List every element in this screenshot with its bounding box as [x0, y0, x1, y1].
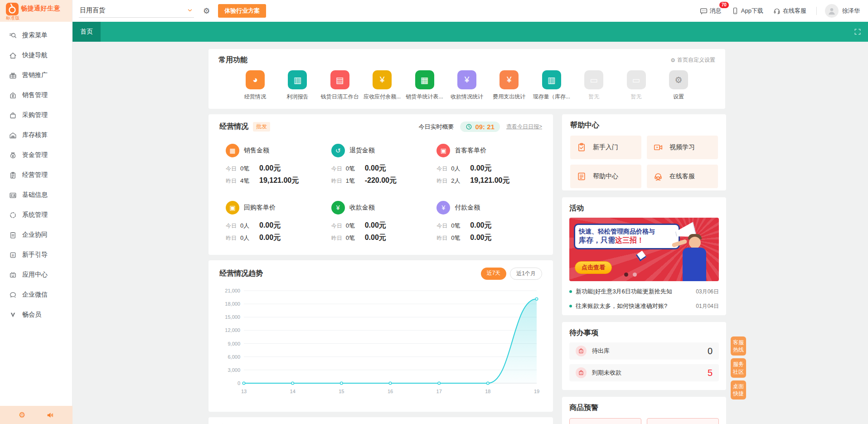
news-item[interactable]: 往来账款太多，如何快速准确对账?01月04日 — [569, 302, 719, 310]
realtime-clock: 09: 21 — [460, 122, 500, 132]
quick-item-daily-clear[interactable]: ▤钱货日清工作台 — [320, 70, 359, 101]
stat-row: 今日0人0.00元 — [436, 164, 542, 173]
tab-home[interactable]: 首页 — [73, 22, 101, 42]
trial-plan-button[interactable]: 体验行业方案 — [218, 4, 266, 18]
news-list: 新功能|好生意3月6日功能更新抢先知03月06日往来账款太多，如何快速准确对账?… — [569, 288, 719, 310]
range-1month-button[interactable]: 近1个月 — [510, 268, 542, 280]
store-selector-dropdown[interactable]: 日用百货 — [79, 5, 194, 18]
sidebar-settings-gear-icon[interactable]: ⚙ — [19, 410, 25, 420]
float-button[interactable]: 桌面快捷 — [731, 380, 746, 400]
product-alert-box[interactable] — [647, 418, 719, 424]
quick-item-sales-stat[interactable]: ▦销货单统计表... — [405, 70, 444, 101]
stat-count: 2人 — [451, 177, 470, 185]
activity-banner[interactable]: 快速、轻松管理商品价格与 库存，只需这三招！ 点击查看 — [569, 218, 719, 281]
float-button[interactable]: 服务社区 — [731, 358, 746, 377]
sales-manage-icon — [9, 92, 17, 99]
sidebar-item-v-member[interactable]: 畅会员 — [0, 305, 72, 325]
brand-logo[interactable]: 畅捷通好生意 标准版 — [0, 0, 72, 22]
quick-item-pie-chart[interactable]: ◕经营情况 — [236, 70, 275, 101]
announcement-speaker-icon[interactable] — [46, 411, 54, 419]
sidebar-item-search-menu[interactable]: 搜索菜单 — [0, 25, 72, 45]
sidebar-item-quick-nav[interactable]: 快捷导航 — [0, 45, 72, 65]
stat-receipt-amount: ¥收款金额今日0笔0.00元昨日0笔0.00元 — [331, 201, 437, 243]
help-tile-video-learn[interactable]: 视频学习 — [647, 136, 718, 159]
quick-item-stock-qty[interactable]: ▥现存量（库存... — [532, 70, 571, 101]
news-item[interactable]: 新功能|好生意3月6日功能更新抢先知03月06日 — [569, 288, 719, 296]
sidebar-item-wechat-work[interactable]: 企业微信 — [0, 285, 72, 305]
help-tile-help-doc[interactable]: 帮助中心 — [570, 165, 641, 188]
stat-label: 销售金额 — [244, 146, 269, 155]
sidebar-item-newbie-guide[interactable]: 新新手引导 — [0, 245, 72, 265]
sidebar-item-basic-info[interactable]: 基础信息 — [0, 185, 72, 205]
help-center-card: 帮助中心 新手入门视频学习帮助中心在线客服 — [562, 114, 726, 190]
brand-name: 畅捷通好生意 — [21, 5, 60, 13]
product-alert-boxes — [569, 418, 719, 424]
carousel-dot[interactable] — [633, 273, 637, 277]
sidebar-item-inventory[interactable]: 库存核算 — [0, 125, 72, 145]
quick-item-label: 应收应付余额... — [364, 93, 401, 101]
product-alert-box[interactable] — [569, 418, 641, 424]
top-bar: 日用百货 ⚙ 体验行业方案 消息 70 App下载 — [73, 0, 868, 22]
quick-item-empty[interactable]: ▭暂无 — [574, 70, 613, 101]
sidebar-item-system[interactable]: 系统管理 — [0, 205, 72, 225]
sidebar-item-label: 销售管理 — [22, 91, 48, 99]
todo-row-overdue[interactable]: 到期未收款5 — [569, 364, 719, 381]
user-menu[interactable]: 徐泽华 — [825, 4, 860, 18]
topbar-gear-icon[interactable]: ⚙ — [203, 6, 210, 16]
stat-count: 0笔 — [346, 234, 365, 242]
sidebar-bottom-bar: ⚙ — [0, 406, 73, 424]
quick-item-receipt-stat[interactable]: ¥收款情况统计 — [447, 70, 486, 101]
stat-count: 4笔 — [240, 177, 259, 185]
stat-label: 回购客单价 — [244, 204, 276, 212]
realtime-summary-label: 今日实时概要 — [418, 123, 454, 131]
quick-item-label: 收款情况统计 — [451, 93, 483, 101]
svg-text:15: 15 — [339, 389, 344, 394]
quick-item-expense-stat[interactable]: ¥费用支出统计 — [490, 70, 529, 101]
quick-functions-title: 常用功能 — [218, 55, 247, 65]
quick-item-empty[interactable]: ▭暂无 — [617, 70, 656, 101]
online-service-button[interactable]: 在线客服 — [773, 7, 806, 15]
stat-period: 昨日 — [331, 177, 346, 185]
carousel-dot-active[interactable] — [624, 273, 628, 277]
float-button[interactable]: 客服热线 — [731, 336, 746, 356]
stat-amount: 0.00元 — [365, 233, 386, 243]
stat-period: 今日 — [436, 222, 451, 230]
range-7days-button[interactable]: 近7天 — [481, 268, 507, 280]
messages-button[interactable]: 消息 70 — [700, 7, 722, 15]
help-tile-service-headset[interactable]: 在线客服 — [647, 165, 718, 188]
todo-row-pending[interactable]: 待出库0 — [569, 342, 719, 360]
service-headset-icon — [653, 171, 663, 181]
stat-count: 0人 — [451, 165, 470, 173]
stat-amount: 0.00元 — [259, 233, 281, 243]
pie-chart-icon: ◕ — [246, 70, 265, 89]
stat-label: 退货金额 — [349, 146, 375, 155]
sidebar-item-operation[interactable]: 经营管理 — [0, 165, 72, 185]
homepage-customize-button[interactable]: ⚙ 首页自定义设置 — [670, 56, 715, 64]
sidebar-item-marketing[interactable]: 营销推广 — [0, 65, 72, 85]
video-learn-icon — [653, 142, 663, 152]
sidebar-item-app-center[interactable]: 应用中心 — [0, 265, 72, 285]
fullscreen-icon[interactable] — [854, 22, 868, 42]
business-stats-grid: ▦销售金额今日0笔0.00元昨日4笔19,121.00元↺退货金额今日0笔0.0… — [219, 144, 542, 243]
stat-row: 昨日1笔-220.00元 — [331, 176, 437, 185]
app-download-button[interactable]: App下载 — [732, 7, 763, 15]
stat-row: 昨日0笔0.00元 — [436, 233, 542, 243]
sidebar-item-collaboration[interactable]: 企业协同 — [0, 225, 72, 245]
quick-item-gear[interactable]: ⚙设置 — [659, 70, 698, 101]
avatar — [825, 4, 839, 18]
sidebar-item-purchase-manage[interactable]: 采购管理 — [0, 105, 72, 125]
quick-item-balance-search[interactable]: ¥应收应付余额... — [363, 70, 402, 101]
sidebar-item-funds[interactable]: 资金管理 — [0, 145, 72, 165]
quick-functions-card: 常用功能 ⚙ 首页自定义设置 ◕经营情况▥利润报告▤钱货日清工作台¥应收应付余额… — [209, 49, 725, 109]
news-text: 新功能|好生意3月6日功能更新抢先知 — [576, 288, 672, 296]
help-tile-label: 帮助中心 — [593, 172, 618, 180]
sidebar-item-label: 应用中心 — [22, 271, 48, 279]
store-selector-value: 日用百货 — [80, 6, 105, 15]
daily-report-link[interactable]: 查看今日日报> — [506, 123, 542, 131]
quick-item-profit-report[interactable]: ▥利润报告 — [278, 70, 317, 101]
banner-cta-button[interactable]: 点击查看 — [575, 261, 612, 274]
help-tile-starter-guide[interactable]: 新手入门 — [570, 136, 641, 159]
stat-row: 今日0笔0.00元 — [331, 221, 437, 230]
stat-amount: 0.00元 — [470, 233, 491, 243]
sidebar-item-sales-manage[interactable]: 销售管理 — [0, 85, 72, 105]
